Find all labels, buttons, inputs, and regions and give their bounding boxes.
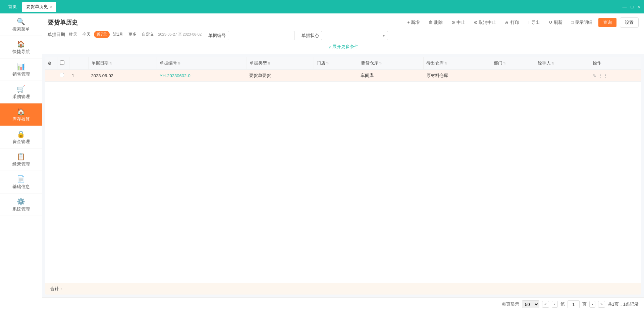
date-btn-custom[interactable]: 自定义 bbox=[140, 31, 156, 38]
docno-link[interactable]: YH-20230602-0 bbox=[160, 73, 191, 78]
export-button[interactable]: ↑ 导出 bbox=[525, 18, 543, 27]
sidebar-item-system[interactable]: ⚙️ 系统管理 bbox=[0, 193, 42, 216]
sort-reqwh-icon: ⇅ bbox=[379, 61, 382, 65]
col-index-header bbox=[69, 57, 89, 70]
sort-store-icon: ⇅ bbox=[326, 61, 329, 65]
sort-date[interactable]: 单据日期 ⇅ bbox=[91, 60, 112, 66]
row-checkbox[interactable] bbox=[60, 73, 64, 77]
pagination-bar: 每页显示 50 100 200 « ‹ 第 页 › » 共1页，1条记录 bbox=[42, 297, 644, 311]
sidebar-item-search[interactable]: 🔍 搜索菜单 bbox=[0, 13, 42, 36]
sort-handler-icon: ⇅ bbox=[551, 61, 554, 65]
page-title-row: 要货单历史 + 新增 🗑 删除 ⊘ 中止 ⊘ 取消中止 🖨 打印 ↑ 导出 ↺ … bbox=[48, 17, 639, 28]
window-minimize-btn[interactable]: — bbox=[623, 4, 627, 9]
print-button[interactable]: 🖨 打印 bbox=[502, 18, 522, 27]
cell-actions: ✎ ⋮⋮ bbox=[590, 70, 641, 82]
col-dept-header: 部门 ⇅ bbox=[491, 57, 535, 70]
display-button[interactable]: □ 显示明细 bbox=[569, 18, 595, 27]
select-all-checkbox[interactable] bbox=[60, 60, 64, 65]
tab-active[interactable]: 要货单历史 × bbox=[22, 2, 56, 12]
status-filter-label: 单据状态 bbox=[302, 33, 319, 39]
sort-reqwh[interactable]: 要货仓库 ⇅ bbox=[361, 60, 382, 66]
date-btn-yesterday[interactable]: 昨天 bbox=[67, 31, 79, 38]
search-menu-icon: 🔍 bbox=[17, 18, 25, 25]
sort-pendwh[interactable]: 待出仓库 ⇅ bbox=[426, 60, 447, 66]
date-btn-7days[interactable]: 近7天 bbox=[94, 31, 110, 38]
refresh-button[interactable]: ↺ 刷新 bbox=[546, 18, 565, 27]
expand-filter-label: 展开更多条件 bbox=[332, 44, 359, 50]
operation-icon: 📋 bbox=[17, 153, 25, 160]
sidebar-item-finance[interactable]: 🔒 资金管理 bbox=[0, 126, 42, 148]
first-page-btn[interactable]: « bbox=[542, 301, 549, 308]
next-page-btn[interactable]: › bbox=[589, 301, 595, 308]
sort-doctype[interactable]: 单据类型 ⇅ bbox=[250, 60, 270, 66]
sidebar-item-inventory-label: 库存核算 bbox=[12, 116, 30, 122]
sidebar-item-purchase-label: 采购管理 bbox=[12, 94, 30, 100]
table-footer: 合计： bbox=[45, 283, 641, 295]
sidebar-item-basic[interactable]: 📄 基础信息 bbox=[0, 171, 42, 193]
sales-icon: 📊 bbox=[17, 63, 25, 70]
expand-filter-btn[interactable]: ∨ 展开更多条件 bbox=[325, 42, 361, 51]
window-maximize-btn[interactable]: □ bbox=[631, 4, 634, 9]
per-page-select[interactable]: 50 100 200 bbox=[522, 300, 539, 308]
current-page-input[interactable] bbox=[568, 300, 580, 308]
date-btn-more[interactable]: 更多 bbox=[126, 31, 139, 38]
data-table: ⚙ 单据日期 ⇅ 单据编号 bbox=[45, 57, 641, 82]
cell-pendwh: 原材料仓库 bbox=[424, 70, 491, 82]
sort-dept-icon: ⇅ bbox=[503, 61, 506, 65]
last-page-btn[interactable]: » bbox=[598, 301, 605, 308]
close-tab-icon[interactable]: × bbox=[50, 5, 52, 9]
cell-checkbox bbox=[57, 70, 69, 82]
cell-doctype: 要货单要货 bbox=[247, 70, 314, 82]
sidebar-item-quicknav[interactable]: 🏠 快捷导航 bbox=[0, 36, 42, 58]
edit-action-icon[interactable]: ✎ bbox=[592, 73, 596, 78]
col-settings: ⚙ bbox=[45, 57, 57, 70]
new-button[interactable]: + 新增 bbox=[405, 18, 422, 27]
sort-date-icon: ⇅ bbox=[109, 61, 112, 65]
filter-date-group: 单据日期 昨天 今天 近7天 近1月 更多 自定义 2023-05-27 至 2… bbox=[48, 31, 202, 38]
cancel-stop-button[interactable]: ⊘ 取消中止 bbox=[471, 18, 499, 27]
content-area: 要货单历史 + 新增 🗑 删除 ⊘ 中止 ⊘ 取消中止 🖨 打印 ↑ 导出 ↺ … bbox=[42, 13, 644, 311]
purchase-icon: 🛒 bbox=[17, 86, 25, 92]
page-label: 第 bbox=[560, 301, 565, 307]
status-select[interactable] bbox=[321, 31, 388, 40]
top-bar-right: — □ × bbox=[623, 4, 640, 9]
date-btn-1month[interactable]: 近1月 bbox=[111, 31, 125, 38]
window-close-btn[interactable]: × bbox=[637, 4, 640, 9]
finance-icon: 🔒 bbox=[17, 131, 25, 137]
sidebar-item-inventory[interactable]: 🏠 库存核算 bbox=[0, 103, 42, 126]
docno-filter-label: 单据编号 bbox=[208, 33, 226, 39]
tab-home[interactable]: 首页 bbox=[4, 2, 21, 12]
prev-page-btn[interactable]: ‹ bbox=[552, 301, 558, 308]
delete-button[interactable]: 🗑 删除 bbox=[426, 18, 445, 27]
home-tab-label: 首页 bbox=[8, 4, 17, 10]
settings-button[interactable]: 设置 bbox=[620, 17, 639, 28]
date-btn-today[interactable]: 今天 bbox=[80, 31, 93, 38]
cell-reqwh: 车间库 bbox=[358, 70, 424, 82]
sidebar-item-operation[interactable]: 📋 经营管理 bbox=[0, 148, 42, 171]
sort-pendwh-icon: ⇅ bbox=[444, 61, 447, 65]
sort-docno[interactable]: 单据编号 ⇅ bbox=[160, 60, 180, 66]
query-button[interactable]: 查询 bbox=[598, 18, 616, 27]
sort-store[interactable]: 门店 ⇅ bbox=[317, 60, 329, 66]
sort-handler[interactable]: 经手人 ⇅ bbox=[538, 60, 554, 66]
expand-row: ∨ 展开更多条件 bbox=[48, 42, 639, 51]
cell-settings bbox=[45, 70, 57, 82]
filter-docno-group: 单据编号 bbox=[208, 31, 295, 40]
basic-icon: 📄 bbox=[17, 176, 25, 182]
col-pendwh-header: 待出仓库 ⇅ bbox=[424, 57, 491, 70]
col-docno-header: 单据编号 ⇅ bbox=[157, 57, 247, 70]
system-icon: ⚙️ bbox=[17, 198, 25, 205]
sidebar-item-sales[interactable]: 📊 销售管理 bbox=[0, 58, 42, 81]
stop-button[interactable]: ⊘ 中止 bbox=[449, 18, 468, 27]
sidebar-item-purchase[interactable]: 🛒 采购管理 bbox=[0, 81, 42, 103]
more-action-icon[interactable]: ⋮⋮ bbox=[598, 73, 608, 78]
col-doctype-header: 单据类型 ⇅ bbox=[247, 57, 314, 70]
per-page-label: 每页显示 bbox=[502, 301, 519, 307]
table-header-row: ⚙ 单据日期 ⇅ 单据编号 bbox=[45, 57, 641, 70]
cell-index: 1 bbox=[69, 70, 89, 82]
sidebar-item-search-label: 搜索菜单 bbox=[12, 26, 30, 32]
docno-input[interactable] bbox=[228, 31, 295, 40]
sidebar-item-quicknav-label: 快捷导航 bbox=[12, 49, 30, 55]
cell-handler bbox=[535, 70, 590, 82]
sort-dept[interactable]: 部门 ⇅ bbox=[494, 60, 506, 66]
